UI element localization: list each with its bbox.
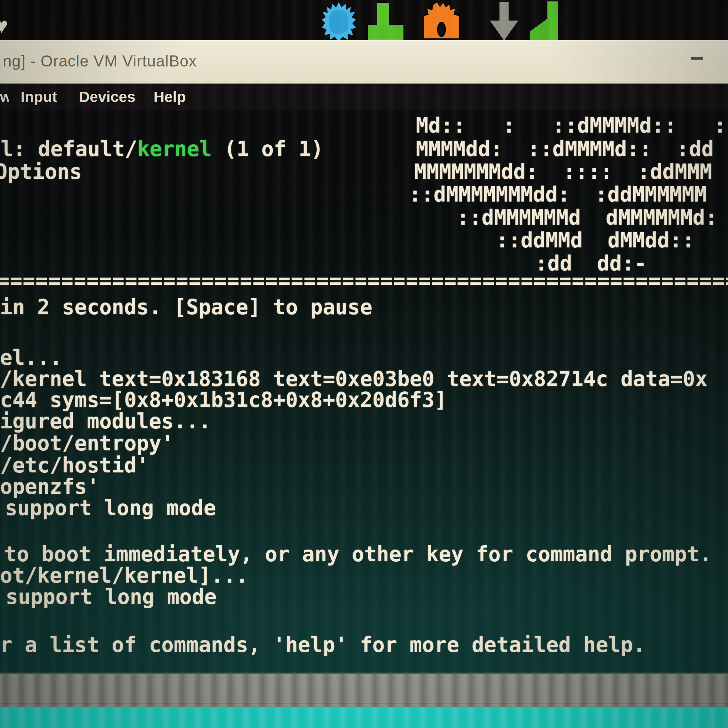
boot-line: to boot immediately, or any other key fo… <box>4 543 712 565</box>
boot-line: support long mode <box>5 497 216 519</box>
boot-line: c44 syms=[0x8+0x1b31c8+0x8+0x20d6f3] <box>0 389 447 411</box>
ascii-art-line: Md:: : ::dMMMMd:: : <box>416 115 726 136</box>
boot-line: ot/kernel/kernel]... <box>0 564 248 587</box>
ascii-art-line: ::dMMMMMMMdd: :ddMMMMMM <box>409 184 707 205</box>
blue-burst-icon[interactable] <box>322 2 356 40</box>
ascii-art-line: MMMMMMMdd: :::: :ddMMM <box>414 161 712 183</box>
boot-line: /boot/entropy' <box>0 432 174 454</box>
boot-line: support long mode <box>6 586 217 608</box>
kernel-line-prefix: l: default/ <box>1 137 137 161</box>
vm-display-terminal[interactable]: l: default/kernel (1 of 1) Options Md:: … <box>0 110 728 673</box>
window-titlebar[interactable]: ng] - Oracle VM VirtualBox <box>0 40 728 84</box>
ascii-art-line: ::dMMMMMMd dMMMMMMd: <box>457 206 717 229</box>
boot-line: /kernel text=0x183168 text=0xe03be0 text… <box>0 368 707 390</box>
orange-gear-icon[interactable] <box>424 3 459 40</box>
menu-item-input[interactable]: Input <box>21 89 57 106</box>
kernel-line-suffix: (1 of 1) <box>212 137 323 161</box>
boot-line: openzfs' <box>0 476 99 498</box>
kernel-name: kernel <box>137 137 212 161</box>
ascii-art-line: MMMMdd: ::dMMMMd:: :dd <box>416 138 714 160</box>
separator-line: ========================================… <box>0 269 728 292</box>
ascii-art-line: ::ddMMd dMMdd:: <box>496 229 694 251</box>
minimize-button[interactable] <box>691 57 703 60</box>
window-title: ng] - Oracle VM VirtualBox <box>3 52 197 70</box>
host-taskbar-band <box>0 707 728 728</box>
gray-download-icon[interactable] <box>490 2 518 41</box>
boot-line: r a list of commands, 'help' for more de… <box>0 634 645 656</box>
menu-item-devices[interactable]: Devices <box>79 89 135 106</box>
boot-line: /etc/hostid' <box>0 454 149 476</box>
green-corner-icon[interactable] <box>530 2 558 41</box>
vbox-status-bar <box>0 673 728 708</box>
kernel-select-line: l: default/kernel (1 of 1) <box>1 138 323 160</box>
heart-icon[interactable]: ♥ <box>0 16 16 35</box>
menu-bar: w Input Devices Help <box>0 84 728 110</box>
options-line: Options <box>0 161 82 183</box>
boot-line: el... <box>0 347 62 369</box>
boot-line: igured modules... <box>0 410 211 432</box>
menu-item-partial[interactable]: w <box>0 89 9 106</box>
menu-item-help[interactable]: Help <box>154 89 186 106</box>
host-desktop-strip: ♥ <box>0 0 728 41</box>
green-block-icon[interactable] <box>368 3 404 40</box>
autoboot-line: in 2 seconds. [Space] to pause <box>0 296 373 318</box>
